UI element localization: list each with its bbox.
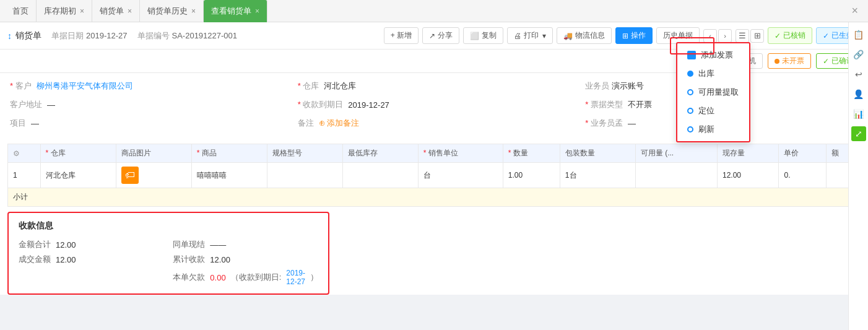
- col-available: 可用量 (...: [635, 144, 717, 163]
- list-view-button[interactable]: ☰: [736, 29, 749, 43]
- tab-sales-history[interactable]: 销货单历史 ×: [140, 0, 204, 22]
- settings-icon[interactable]: ⚙: [13, 149, 20, 158]
- print-icon: 🖨: [514, 32, 521, 40]
- address-label: 客户地址: [10, 99, 42, 110]
- same-order-label: 同单现结: [173, 239, 205, 250]
- sidebar-icon-4[interactable]: 👤: [851, 87, 866, 102]
- row-spec: [267, 163, 342, 188]
- current-owed-label: 本单欠款: [173, 272, 205, 283]
- transaction-amount-row: 成交金额 12.00: [19, 254, 158, 265]
- transaction-amount-value: 12.00: [56, 255, 76, 264]
- menu-outbound[interactable]: 出库: [677, 64, 749, 83]
- copy-button[interactable]: ⬜ 复制: [463, 27, 503, 44]
- not-opened-button[interactable]: 未开票: [768, 53, 811, 69]
- ticket-type-label: 票据类型: [585, 99, 623, 110]
- dropdown-arrow: ▾: [542, 32, 546, 40]
- same-order-value: ——: [210, 240, 226, 250]
- right-sidebar: 📋 🔗 ↩ 👤 📊 ⤢: [848, 22, 868, 300]
- sidebar-icon-2[interactable]: 🔗: [851, 47, 866, 62]
- tab-view-sales-close[interactable]: ×: [255, 7, 259, 15]
- total-amount-row: 金额合计 12.00: [19, 239, 158, 250]
- prev-button[interactable]: ‹: [703, 29, 717, 43]
- outbound-icon: [687, 71, 693, 77]
- table-container: ⚙ * 仓库 商品图片 * 商品 规格型号 最低库存 * 销售单位 * 数量 包…: [0, 144, 868, 207]
- logistics-icon: 🚚: [563, 32, 573, 40]
- check-mark: ✓: [823, 57, 829, 66]
- tab-inventory-close[interactable]: ×: [80, 7, 84, 15]
- tab-sales-history-close[interactable]: ×: [191, 7, 196, 15]
- sidebar-icon-1[interactable]: 📋: [851, 27, 866, 42]
- cumulative-receipt-value: 12.00: [210, 255, 230, 264]
- due-date-value: 2019-12-27: [348, 100, 389, 110]
- sidebar-icon-3[interactable]: ↩: [851, 67, 866, 82]
- next-button[interactable]: ›: [718, 29, 732, 43]
- due-date-note: （收款到期日:: [231, 272, 282, 283]
- logistics-button[interactable]: 🚚 物流信息: [557, 27, 612, 44]
- share-button[interactable]: ↗ 分享: [422, 27, 459, 44]
- history-button[interactable]: 历史单据: [656, 27, 700, 44]
- sidebar-icon-expand[interactable]: ⤢: [851, 126, 866, 141]
- warehouse-label: 仓库: [298, 80, 319, 92]
- sidebar-icon-5[interactable]: 📊: [851, 106, 866, 121]
- number-value: SA-20191227-001: [172, 31, 238, 40]
- payment-title: 收款信息: [19, 220, 318, 232]
- share-icon: ↗: [429, 32, 435, 40]
- col-product: * 商品: [191, 144, 267, 163]
- tab-home[interactable]: 首页: [5, 0, 37, 22]
- menu-locate[interactable]: 定位: [677, 102, 749, 120]
- col-settings: ⚙: [8, 144, 41, 163]
- menu-refresh[interactable]: 刷新: [677, 120, 749, 139]
- available-qty-icon: [687, 89, 693, 95]
- row-package-qty: 1台: [560, 163, 635, 188]
- same-order-row: 同单现结 ——: [173, 239, 318, 250]
- operations-button[interactable]: ⊞ 操作: [615, 27, 653, 44]
- date-value: 2019-12-27: [86, 31, 128, 40]
- new-button[interactable]: + 新增: [384, 27, 419, 44]
- row-seq: 1: [8, 163, 41, 188]
- menu-available-qty[interactable]: 可用量提取: [677, 83, 749, 102]
- form-number-meta: 单据编号 SA-20191227-001: [137, 30, 238, 41]
- tab-sales[interactable]: 销货单 ×: [92, 0, 140, 22]
- staff-value: 演示账号: [612, 80, 644, 92]
- row-product-image: 🏷: [116, 163, 191, 188]
- sales-staff-value: —: [628, 119, 636, 128]
- warehouse-value: 河北仓库: [324, 80, 356, 92]
- grid-view-button[interactable]: ⊞: [750, 29, 764, 43]
- operations-icon: ⊞: [622, 32, 628, 40]
- transaction-amount-label: 成交金额: [19, 254, 51, 265]
- customer-label: 客户: [10, 80, 32, 92]
- warehouse-field: 仓库 河北仓库: [298, 80, 571, 92]
- address-field: 客户地址 —: [10, 99, 283, 110]
- add-invoice-icon: [687, 51, 696, 59]
- form-date-meta: 单据日期 2019-12-27: [51, 30, 128, 41]
- form-header-right: + 新增 ↗ 分享 ⬜ 复制 🖨 打印 ▾ 🚚 物流信息: [384, 27, 861, 44]
- total-amount-label: 金额合计: [19, 239, 51, 250]
- window-close-button[interactable]: ×: [846, 4, 863, 17]
- due-date-note-date: 2019-12-27: [286, 269, 305, 286]
- voided-status[interactable]: ✓ 已核销: [768, 27, 812, 44]
- subtotal-label: 小计: [8, 188, 861, 207]
- print-button[interactable]: 🖨 打印 ▾: [507, 27, 553, 44]
- payment-grid: 金额合计 12.00 同单现结 —— 成交金额 12.00 累计收款 12.00: [19, 239, 318, 286]
- copy-icon: ⬜: [470, 32, 479, 40]
- tab-view-sales[interactable]: 查看销货单 ×: [204, 0, 267, 22]
- col-current-stock: 现存量: [717, 144, 779, 163]
- check-icon: ✓: [775, 32, 781, 40]
- tab-sales-close[interactable]: ×: [128, 7, 132, 15]
- project-label: 项目: [10, 118, 26, 129]
- customer-value[interactable]: 柳州粤港平安气体有限公司: [37, 80, 133, 92]
- row-sales-unit: 台: [418, 163, 503, 188]
- row-quantity: 1.00: [503, 163, 560, 188]
- tab-inventory[interactable]: 库存期初 ×: [37, 0, 92, 22]
- col-package-qty: 包装数量: [560, 144, 635, 163]
- menu-add-invoice[interactable]: 添加发票: [677, 46, 749, 64]
- col-min-stock: 最低库存: [342, 144, 418, 163]
- current-owed-row: 本单欠款 0.00 （收款到期日: 2019-12-27 ）: [173, 269, 318, 286]
- col-spec: 规格型号: [267, 144, 342, 163]
- add-note-button[interactable]: ⊕ 添加备注: [319, 118, 360, 129]
- cumulative-receipt-row: 累计收款 12.00: [173, 254, 318, 265]
- due-date-field: 收款到期日 2019-12-27: [298, 99, 571, 110]
- table-row: 1 河北仓库 🏷 嘻嘻嘻嘻 台 1.00 1台: [8, 163, 861, 188]
- sales-staff-label: 业务员孟: [585, 118, 623, 129]
- due-date-note-end: ）: [310, 272, 318, 283]
